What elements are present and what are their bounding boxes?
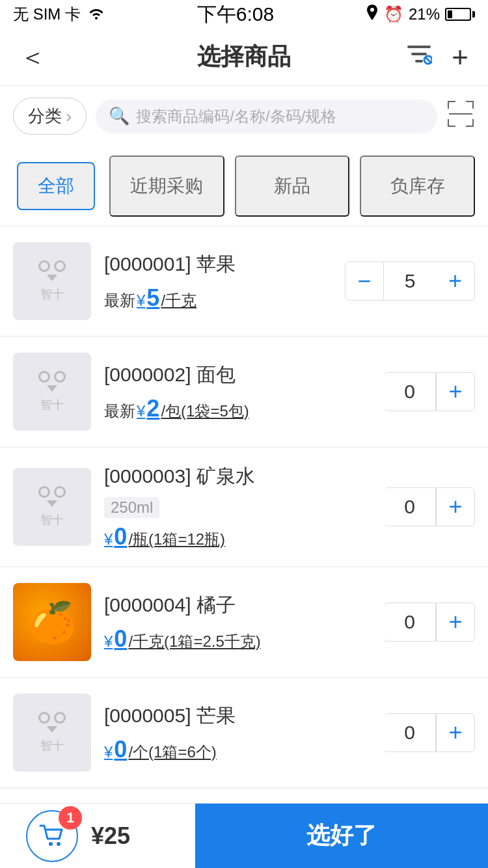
price-value: 0	[114, 625, 127, 653]
quantity-input[interactable]	[384, 603, 436, 642]
svg-rect-10	[448, 119, 449, 127]
nav-right: +	[406, 41, 468, 74]
list-item: 智十 [0000003] 矿泉水 250ml ¥ 0 /瓶(1箱=12瓶) +	[0, 448, 488, 566]
list-item: 🍊 [0000004] 橘子 ¥ 0 /千克(1箱=2.5千克) +	[0, 567, 488, 677]
price-currency: ¥	[104, 530, 113, 549]
placeholder-logo: 智十	[38, 486, 66, 528]
category-button[interactable]: 分类 ›	[13, 98, 87, 135]
battery-percent: 21%	[409, 5, 440, 23]
product-price: ¥ 0 /个(1箱=6个)	[104, 736, 371, 763]
price-currency: ¥	[104, 632, 113, 651]
decrease-button[interactable]: −	[345, 262, 384, 301]
quantity-input[interactable]	[384, 487, 436, 526]
price-value: 0	[114, 523, 127, 550]
quantity-control-0000005: +	[384, 713, 475, 752]
svg-point-15	[57, 842, 61, 846]
product-image-0000003: 智十	[13, 468, 91, 546]
svg-rect-8	[472, 101, 474, 109]
product-image-0000005: 智十	[13, 694, 91, 772]
product-info-0000003: [0000003] 矿泉水 250ml ¥ 0 /瓶(1箱=12瓶)	[104, 463, 371, 550]
tab-recent[interactable]: 近期采购	[109, 156, 224, 217]
price-unit: /包(1袋=5包)	[161, 401, 249, 422]
alarm-icon: ⏰	[384, 5, 403, 23]
bottom-bar: 1 ¥25 选好了	[0, 803, 488, 868]
product-price: ¥ 0 /千克(1箱=2.5千克)	[104, 625, 371, 653]
carrier-text: 无 SIM 卡	[13, 4, 81, 25]
price-value: 0	[114, 736, 127, 763]
product-info-0000001: [0000001] 苹果 最新 ¥ 5 /千克	[104, 251, 332, 312]
product-name: [0000001] 苹果	[104, 251, 332, 278]
quantity-input[interactable]	[384, 713, 436, 752]
svg-rect-1	[411, 53, 427, 55]
cart-total: ¥25	[91, 822, 130, 850]
quantity-control-0000003: +	[384, 487, 475, 526]
product-spec: 250ml	[104, 497, 159, 518]
svg-rect-0	[407, 46, 431, 48]
cart-icon[interactable]: 1	[26, 810, 78, 862]
product-info-0000002: [0000002] 面包 最新 ¥ 2 /包(1袋=5包)	[104, 362, 371, 422]
product-info-0000004: [0000004] 橘子 ¥ 0 /千克(1箱=2.5千克)	[104, 592, 371, 653]
status-left: 无 SIM 卡	[13, 4, 105, 25]
increase-button[interactable]: +	[436, 603, 475, 642]
product-image-0000001: 智十	[13, 242, 91, 320]
list-item: 智十 [0000002] 面包 最新 ¥ 2 /包(1袋=5包) +	[0, 337, 488, 446]
tab-negative[interactable]: 负库存	[360, 156, 475, 217]
search-box[interactable]: 🔍 搜索商品编码/名称/条码/规格	[96, 100, 437, 133]
price-unit: /个(1箱=6个)	[128, 742, 216, 763]
quantity-input[interactable]	[384, 372, 436, 411]
increase-button[interactable]: +	[436, 262, 475, 301]
status-right: ⏰ 21%	[366, 5, 475, 24]
product-name: [0000003] 矿泉水	[104, 463, 371, 490]
svg-rect-13	[449, 113, 472, 115]
wifi-icon	[87, 5, 105, 23]
price-unit: /千克(1箱=2.5千克)	[128, 631, 260, 652]
location-icon	[366, 5, 379, 24]
quantity-control-0000001: − +	[345, 262, 475, 301]
price-value: 2	[146, 395, 159, 422]
product-price: 最新 ¥ 5 /千克	[104, 284, 332, 312]
product-name: [0000002] 面包	[104, 362, 371, 388]
status-time: 下午6:08	[197, 1, 274, 28]
scan-icon[interactable]	[446, 100, 475, 133]
filter-icon[interactable]	[406, 43, 432, 71]
product-list: 智十 [0000001] 苹果 最新 ¥ 5 /千克 − + 智十	[0, 226, 488, 868]
category-label: 分类	[28, 105, 62, 128]
price-unit: /瓶(1箱=12瓶)	[128, 529, 225, 550]
price-unit: /千克	[161, 290, 197, 311]
product-image-0000004: 🍊	[13, 583, 91, 661]
product-name: [0000005] 芒果	[104, 703, 371, 729]
increase-button[interactable]: +	[436, 372, 475, 411]
increase-button[interactable]: +	[436, 713, 475, 752]
cart-count: 1	[59, 806, 82, 830]
add-icon[interactable]: +	[452, 41, 468, 74]
battery-icon	[445, 8, 475, 21]
svg-rect-6	[448, 101, 449, 109]
nav-bar: ＜ 选择商品 +	[0, 29, 488, 86]
product-image-0000002: 智十	[13, 353, 91, 431]
svg-rect-2	[415, 60, 423, 62]
price-currency: ¥	[137, 292, 145, 310]
filter-bar: 分类 › 🔍 搜索商品编码/名称/条码/规格	[0, 86, 488, 146]
cart-area: 1 ¥25	[0, 810, 195, 862]
tab-new[interactable]: 新品	[235, 156, 350, 217]
placeholder-logo: 智十	[38, 260, 66, 302]
category-arrow: ›	[66, 106, 72, 127]
quantity-control-0000002: +	[384, 372, 475, 411]
tab-all[interactable]: 全部	[17, 162, 95, 210]
price-value: 5	[146, 284, 159, 312]
product-price: 最新 ¥ 2 /包(1袋=5包)	[104, 395, 371, 422]
placeholder-logo: 智十	[38, 712, 66, 753]
back-button[interactable]: ＜	[20, 39, 46, 75]
price-currency: ¥	[104, 743, 113, 761]
product-price: ¥ 0 /瓶(1箱=12瓶)	[104, 523, 371, 550]
quantity-input[interactable]	[384, 262, 436, 301]
orange-image: 🍊	[13, 583, 91, 661]
page-title: 选择商品	[197, 41, 291, 73]
confirm-label: 选好了	[306, 820, 377, 852]
list-item: 智十 [0000001] 苹果 最新 ¥ 5 /千克 − +	[0, 226, 488, 336]
product-info-0000005: [0000005] 芒果 ¥ 0 /个(1箱=6个)	[104, 703, 371, 763]
confirm-button[interactable]: 选好了	[195, 804, 488, 868]
search-icon: 🔍	[109, 106, 129, 126]
increase-button[interactable]: +	[436, 487, 475, 526]
status-bar: 无 SIM 卡 下午6:08 ⏰ 21%	[0, 0, 488, 29]
